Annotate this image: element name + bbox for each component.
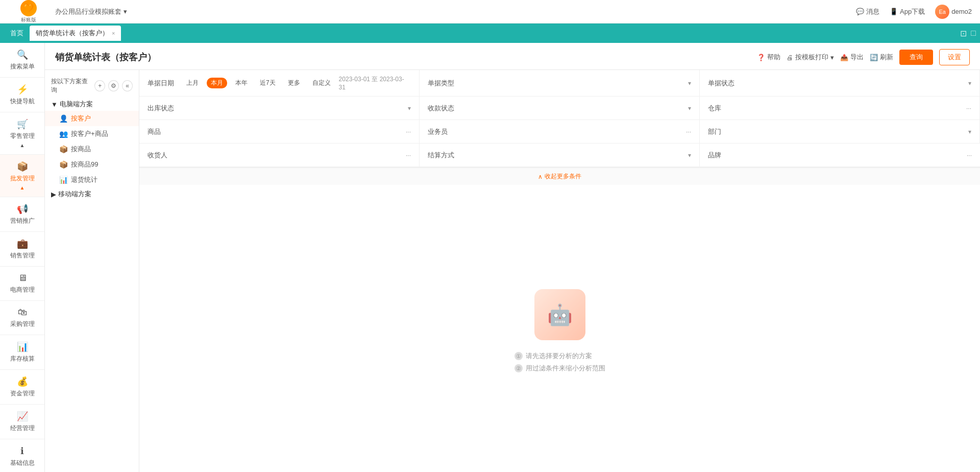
template-print-button[interactable]: 🖨 按模板打印 ▾ bbox=[787, 53, 834, 62]
sidebar: 🔍 搜索菜单 ⚡ 快捷导航 🛒 零售管理 ▲ 📦 批发管理 ▲ 📢 营销推广 💼… bbox=[0, 43, 45, 472]
date-tab-this-month[interactable]: 本月 bbox=[207, 78, 227, 88]
marketing-icon: 📢 bbox=[17, 203, 28, 215]
receipt-dropdown-icon[interactable]: ▾ bbox=[688, 105, 691, 112]
sidebar-item-finance[interactable]: 💰 资金管理 bbox=[0, 370, 44, 405]
filter-cell-receipt: 收款状态 ▾ bbox=[420, 97, 700, 120]
sidebar-item-inventory[interactable]: 📊 库存核算 bbox=[0, 335, 44, 370]
filter-cell-doc-type: 单据类型 ▾ bbox=[420, 70, 700, 97]
help-icon: ❓ bbox=[757, 54, 765, 61]
warehouse-more-icon[interactable]: ··· bbox=[966, 105, 971, 112]
sidebar-item-sales[interactable]: 💼 销售管理 bbox=[0, 232, 44, 267]
user-profile[interactable]: Ea demo2 bbox=[935, 5, 972, 19]
sidebar-item-retail[interactable]: 🛒 零售管理 ▲ bbox=[0, 112, 44, 155]
app-name-text: 办公用品行业模拟账套 bbox=[55, 7, 121, 16]
goods-more-icon[interactable]: ··· bbox=[406, 128, 411, 135]
doc-status-dropdown-icon[interactable]: ▾ bbox=[968, 80, 971, 87]
scheme-item-by-customer-goods[interactable]: 👥 按客户+商品 bbox=[45, 126, 139, 141]
dropdown-icon: ▾ bbox=[124, 8, 127, 15]
settings-button[interactable]: 设置 bbox=[939, 49, 970, 65]
scheme-settings-button[interactable]: ⚙ bbox=[108, 80, 119, 91]
filter-cell-salesperson: 业务员 ··· bbox=[420, 120, 700, 144]
receiver-more-icon[interactable]: ··· bbox=[406, 152, 411, 159]
empty-tip-1-text: 请先选择要分析的方案 bbox=[526, 351, 592, 361]
filter-cell-doc-status: 单据状态 ▾ bbox=[700, 70, 980, 97]
query-button[interactable]: 查询 bbox=[899, 50, 933, 65]
app-download-button[interactable]: 📱 App下载 bbox=[890, 7, 925, 16]
scheme-group-mobile-title[interactable]: ▶ 移动端方案 bbox=[45, 187, 139, 201]
brand-more-icon[interactable]: ··· bbox=[967, 152, 972, 159]
retail-icon: 🛒 bbox=[17, 119, 28, 130]
operations-icon: 📈 bbox=[17, 411, 28, 422]
add-icon: + bbox=[98, 82, 102, 89]
sidebar-item-search[interactable]: 🔍 搜索菜单 bbox=[0, 43, 44, 78]
empty-tip-1: ① 请先选择要分析的方案 bbox=[514, 351, 605, 361]
scheme-item-by-goods-label: 按商品 bbox=[71, 145, 91, 154]
gear-icon: ⚙ bbox=[111, 82, 116, 89]
user-name: demo2 bbox=[951, 8, 972, 15]
department-dropdown-icon[interactable]: ▾ bbox=[968, 128, 971, 135]
warehouse-label: 仓库 bbox=[708, 104, 739, 113]
filter-grid: 单据日期 上月 本月 本年 近7天 更多 自定义 2023-03-01 至 20… bbox=[139, 70, 980, 168]
scheme-panel: 按以下方案查询 + ⚙ « ▼ 电脑端方案 bbox=[45, 70, 139, 472]
customer-icon: 👤 bbox=[59, 114, 68, 123]
sidebar-item-ecommerce[interactable]: 🖥 电商管理 bbox=[0, 267, 44, 301]
message-icon: 💬 bbox=[856, 8, 864, 15]
outbound-dropdown-icon[interactable]: ▾ bbox=[408, 105, 411, 112]
refresh-icon: 🔄 bbox=[870, 54, 878, 61]
date-tab-7days[interactable]: 近7天 bbox=[256, 78, 280, 88]
top-header: 🧡 标账版 办公用品行业模拟账套 ▾ 💬 消息 📱 App下载 Ea demo2 bbox=[0, 0, 980, 23]
collapse-bar[interactable]: ∧ 收起更多条件 bbox=[139, 168, 980, 185]
help-button[interactable]: ❓ 帮助 bbox=[757, 53, 780, 62]
maximize-icon[interactable]: □ bbox=[971, 29, 976, 38]
scheme-item-by-goods[interactable]: 📦 按商品 bbox=[45, 141, 139, 157]
content-area: 销货单统计表（按客户） ❓ 帮助 🖨 按模板打印 ▾ 📤 导出 🔄 刷新 bbox=[45, 43, 980, 472]
inventory-icon: 📊 bbox=[17, 341, 28, 352]
sidebar-item-operations[interactable]: 📈 经营管理 bbox=[0, 405, 44, 439]
scheme-add-button[interactable]: + bbox=[94, 80, 105, 91]
salesperson-label: 业务员 bbox=[428, 127, 458, 136]
tab-close-icon[interactable]: × bbox=[112, 30, 115, 36]
restore-icon[interactable]: ⊡ bbox=[960, 29, 967, 38]
message-button[interactable]: 💬 消息 bbox=[856, 7, 879, 16]
date-tab-last-month[interactable]: 上月 bbox=[182, 78, 203, 88]
sidebar-item-retail-label: 零售管理 bbox=[10, 132, 35, 140]
scheme-collapse-button[interactable]: « bbox=[122, 80, 133, 91]
scheme-item-by-customer[interactable]: 👤 按客户 bbox=[45, 111, 139, 126]
sidebar-item-purchase[interactable]: 🛍 采购管理 bbox=[0, 301, 44, 335]
empty-tips: ① 请先选择要分析的方案 ② 用过滤条件来缩小分析范围 bbox=[514, 351, 605, 373]
scheme-group-arrow-icon: ▼ bbox=[51, 101, 58, 108]
refresh-button[interactable]: 🔄 刷新 bbox=[870, 53, 893, 62]
scheme-item-by-goods99[interactable]: 📦 按商品99 bbox=[45, 157, 139, 172]
app-name-dropdown[interactable]: 办公用品行业模拟账套 ▾ bbox=[55, 7, 127, 16]
date-tab-more[interactable]: 更多 bbox=[284, 78, 304, 88]
salesperson-more-icon[interactable]: ··· bbox=[686, 128, 691, 135]
basic-info-icon: ℹ bbox=[20, 445, 24, 457]
tab-bar-controls: ⊡ □ bbox=[960, 29, 976, 38]
date-tab-this-year[interactable]: 本年 bbox=[231, 78, 252, 88]
doc-type-dropdown-icon[interactable]: ▾ bbox=[688, 80, 691, 87]
scheme-panel-header: 按以下方案查询 + ⚙ « bbox=[45, 74, 139, 98]
page-title: 销货单统计表（按客户） bbox=[55, 51, 156, 63]
sidebar-item-basic-info[interactable]: ℹ 基础信息 bbox=[0, 439, 44, 472]
tip-num-2: ② bbox=[514, 364, 523, 372]
sidebar-item-wholesale[interactable]: 📦 批发管理 ▲ bbox=[0, 155, 44, 197]
date-tab-custom[interactable]: 自定义 bbox=[308, 78, 335, 88]
tab-bar: 首页 销货单统计表（按客户） × ⊡ □ bbox=[0, 23, 980, 43]
sidebar-item-sales-label: 销售管理 bbox=[10, 251, 35, 260]
brand-label: 品牌 bbox=[708, 151, 739, 160]
sales-icon: 💼 bbox=[17, 238, 28, 249]
tab-statistics[interactable]: 销货单统计表（按客户） × bbox=[30, 26, 121, 41]
sidebar-item-quick-nav[interactable]: ⚡ 快捷导航 bbox=[0, 78, 44, 112]
date-filter-tabs: 上月 本月 本年 近7天 更多 自定义 bbox=[182, 78, 335, 88]
tab-home[interactable]: 首页 bbox=[4, 26, 30, 41]
logo-icon: 🧡 bbox=[20, 0, 37, 16]
scheme-group-desktop-label: 电脑端方案 bbox=[60, 100, 93, 109]
filter-cell-brand: 品牌 ··· bbox=[700, 144, 980, 167]
scheme-item-return-stats[interactable]: 📊 退货统计 bbox=[45, 172, 139, 187]
settlement-dropdown-icon[interactable]: ▾ bbox=[688, 152, 691, 159]
export-button[interactable]: 📤 导出 bbox=[840, 53, 864, 62]
empty-illustration: 🤖 bbox=[534, 289, 585, 340]
avatar: Ea bbox=[935, 5, 949, 19]
sidebar-item-marketing[interactable]: 📢 营销推广 bbox=[0, 197, 44, 232]
scheme-group-desktop-title[interactable]: ▼ 电脑端方案 bbox=[45, 98, 139, 111]
